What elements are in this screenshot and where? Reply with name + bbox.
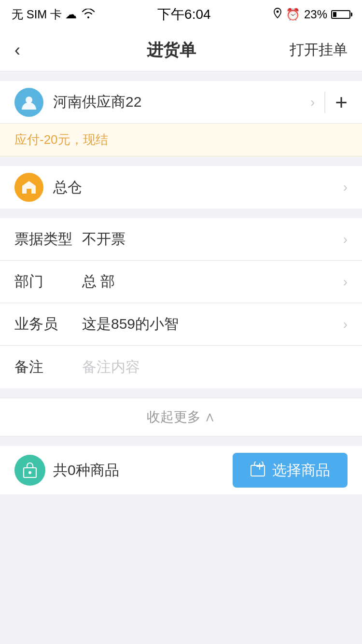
battery-icon (331, 10, 350, 19)
salesperson-label: 业务员 (14, 314, 82, 334)
status-time: 下午6:04 (157, 5, 211, 24)
add-supplier-button[interactable]: + (335, 92, 348, 113)
nav-bar: ‹ 进货单 打开挂单 (0, 29, 362, 71)
open-pending-button[interactable]: 打开挂单 (290, 40, 348, 60)
svg-point-0 (276, 11, 278, 13)
product-count-text: 共0种商品 (53, 461, 119, 480)
department-value: 总 部 (82, 272, 343, 292)
form-section: 票据类型 不开票 › 部门 总 部 › 业务员 这是859的小智 › 备注 (0, 218, 362, 388)
page-fill (0, 494, 362, 591)
supplier-chevron-icon: › (310, 95, 315, 110)
warehouse-chevron-icon: › (343, 180, 348, 195)
warehouse-icon (14, 173, 43, 202)
salesperson-value: 这是859的小智 (82, 314, 343, 334)
svg-point-4 (28, 471, 31, 474)
svg-point-1 (26, 97, 32, 103)
collapse-label: 收起更多 ∧ (147, 408, 216, 426)
invoice-type-chevron-icon: › (343, 232, 348, 247)
battery-percent: 23% (304, 8, 327, 21)
no-sim-label: 无 SIM 卡 ☁ (12, 7, 77, 22)
divider-top (0, 71, 362, 81)
warehouse-row[interactable]: 总仓 › (0, 166, 362, 209)
product-icon (14, 455, 45, 486)
department-label: 部门 (14, 272, 82, 292)
alarm-icon: ⏰ (286, 8, 300, 21)
status-bar: 无 SIM 卡 ☁ 下午6:04 ⏰ 23% (0, 0, 362, 29)
svg-rect-2 (27, 189, 31, 194)
select-product-label: 选择商品 (272, 461, 330, 480)
supplier-avatar (14, 88, 43, 117)
supplier-row-right: › + (310, 92, 348, 113)
department-chevron-icon: › (343, 274, 348, 290)
remark-row[interactable]: 备注 (0, 346, 362, 388)
department-row[interactable]: 部门 总 部 › (0, 261, 362, 303)
select-product-button[interactable]: 选择商品 (233, 453, 348, 488)
collapse-button[interactable]: 收起更多 ∧ (0, 398, 362, 436)
invoice-type-label: 票据类型 (14, 229, 82, 249)
product-count-wrap: 共0种商品 (14, 455, 119, 486)
invoice-type-value: 不开票 (82, 229, 343, 249)
back-button[interactable]: ‹ (14, 40, 53, 60)
status-right: ⏰ 23% (273, 8, 350, 21)
supplier-row[interactable]: 河南供应商22 › + (0, 81, 362, 124)
remark-input[interactable] (82, 359, 348, 375)
bottom-bar: 共0种商品 选择商品 (0, 446, 362, 494)
salesperson-chevron-icon: › (343, 317, 348, 332)
wifi-icon (82, 8, 95, 21)
supplier-name: 河南供应商22 (53, 92, 310, 112)
warehouse-name: 总仓 (53, 178, 343, 197)
remark-label: 备注 (14, 357, 82, 377)
svg-rect-5 (251, 465, 265, 476)
status-left: 无 SIM 卡 ☁ (12, 7, 95, 22)
location-icon (273, 8, 282, 21)
invoice-type-row[interactable]: 票据类型 不开票 › (0, 218, 362, 261)
notice-bar: 应付-20元，现结 (0, 124, 362, 156)
salesperson-row[interactable]: 业务员 这是859的小智 › (0, 303, 362, 346)
select-product-icon (250, 462, 267, 479)
page-title: 进货单 (147, 39, 196, 61)
